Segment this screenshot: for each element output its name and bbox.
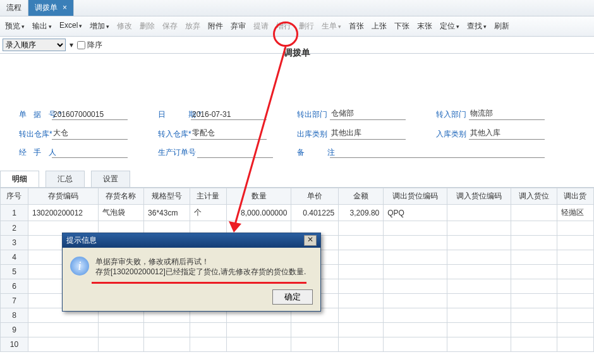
subtab-1[interactable]: 汇总	[45, 171, 85, 187]
dialog-message: 单据弃审失败，修改或稍后再试！ 存货[130200200012]已经指定了货位,…	[95, 257, 306, 277]
detail-tabs: 明细汇总设置	[0, 171, 594, 188]
page-title: 调拨单	[0, 47, 594, 59]
toolbar-last-button[interactable]: 末张	[413, 18, 436, 34]
toolbar-attach-button[interactable]: 附件	[204, 18, 227, 34]
toolbar-add-button[interactable]: 增加	[86, 18, 113, 34]
out-dept-label: 转出部门	[297, 109, 330, 120]
col-header[interactable]: 金额	[339, 188, 384, 205]
toolbar-find-button[interactable]: 查找	[463, 18, 490, 34]
out-wh-label: 转出仓库*	[19, 129, 52, 140]
table-row[interactable]: 10	[1, 337, 594, 352]
col-header[interactable]: 单价	[291, 188, 339, 205]
table-row[interactable]: 9	[1, 323, 594, 337]
tab-transfer-order[interactable]: 调拨单×	[28, 0, 74, 16]
table-row[interactable]: 1130200200012气泡袋36*43cm个8,000.0000000.40…	[1, 205, 594, 221]
close-icon[interactable]: ✕	[304, 235, 317, 246]
toolbar-gendoc-button: 生单	[318, 18, 345, 34]
info-icon: i	[70, 257, 89, 276]
toolbar-addrow-button: 增行	[272, 18, 295, 34]
toolbar-output-button[interactable]: 输出	[28, 18, 56, 34]
prod-order-field[interactable]	[197, 157, 273, 158]
out-type-label: 出库类别	[297, 129, 330, 140]
tab-workflow[interactable]: 流程	[0, 0, 28, 16]
col-header[interactable]: 序号	[1, 188, 28, 205]
out-wh-field[interactable]: 大仓	[52, 128, 128, 140]
toolbar-refresh-button[interactable]: 刷新	[490, 18, 513, 34]
toolbar-delrow-button: 删行	[295, 18, 318, 34]
col-header[interactable]: 存货编码	[28, 188, 98, 205]
toolbar-first-button[interactable]: 首张	[345, 18, 368, 34]
header-form: 单 据 号*201607000015 日 期*2016-07-31 转出部门仓储…	[19, 104, 575, 162]
dialog-header[interactable]: 提示信息 ✕	[63, 233, 320, 248]
toolbar-next-button[interactable]: 下张	[391, 18, 413, 34]
date-field[interactable]: 2016-07-31	[191, 110, 267, 120]
toolbar-delete-button: 删除	[136, 18, 159, 34]
col-header[interactable]: 规格型号	[144, 188, 190, 205]
col-header[interactable]: 调入货位编码	[447, 188, 511, 205]
in-type-field[interactable]: 其他入库	[469, 128, 545, 140]
col-header[interactable]: 数量	[226, 188, 291, 205]
col-header[interactable]: 主计量	[190, 188, 226, 205]
toolbar-locate-button[interactable]: 定位	[436, 18, 463, 34]
col-header[interactable]: 调出货位编码	[384, 188, 447, 205]
col-header[interactable]: 调入货位	[511, 188, 557, 205]
date-label: 日 期*	[158, 109, 191, 120]
doc-no-field[interactable]: 201607000015	[52, 110, 128, 120]
main-toolbar: 预览输出Excel增加修改删除保存放弃附件弃审提请增行删行生单首张上张下张末张定…	[0, 16, 594, 37]
toolbar-prev-button[interactable]: 上张	[368, 18, 391, 34]
subtab-2[interactable]: 设置	[91, 171, 130, 187]
close-icon[interactable]: ×	[63, 3, 67, 12]
subtab-0[interactable]: 明细	[0, 171, 39, 187]
handler-field[interactable]	[52, 157, 128, 158]
out-type-field[interactable]: 其他出库	[330, 128, 406, 140]
toolbar-modify-button: 修改	[113, 18, 136, 34]
handler-label: 经 手 人	[19, 147, 52, 158]
doc-no-label: 单 据 号*	[19, 109, 52, 120]
in-wh-label: 转入仓库*	[158, 129, 191, 140]
toolbar-excel-button[interactable]: Excel	[56, 18, 86, 34]
col-header[interactable]: 存货名称	[98, 188, 143, 205]
in-wh-field[interactable]: 零配仓	[191, 128, 267, 140]
toolbar-discard-button: 放弃	[181, 18, 204, 34]
prod-order-label: 生产订单号	[158, 147, 197, 158]
dialog-title: 提示信息	[66, 235, 97, 246]
message-dialog: 提示信息 ✕ i 单据弃审失败，修改或稍后再试！ 存货[130200200012…	[62, 233, 321, 312]
in-dept-field[interactable]: 物流部	[469, 108, 545, 120]
toolbar-save-button: 保存	[159, 18, 181, 34]
ok-button[interactable]: 确定	[272, 289, 313, 305]
col-header[interactable]: 调出货	[557, 188, 593, 205]
out-dept-field[interactable]: 仓储部	[330, 108, 406, 120]
toolbar-preview-button[interactable]: 预览	[1, 18, 28, 34]
toolbar-submit-button: 提请	[250, 18, 272, 34]
remark-label: 备 注	[297, 147, 330, 158]
document-tabs: 流程 调拨单×	[0, 0, 594, 16]
in-type-label: 入库类别	[436, 129, 469, 140]
remark-field[interactable]	[330, 157, 545, 158]
toolbar-abandon-audit-button[interactable]: 弃审	[227, 18, 250, 34]
in-dept-label: 转入部门	[436, 109, 469, 120]
